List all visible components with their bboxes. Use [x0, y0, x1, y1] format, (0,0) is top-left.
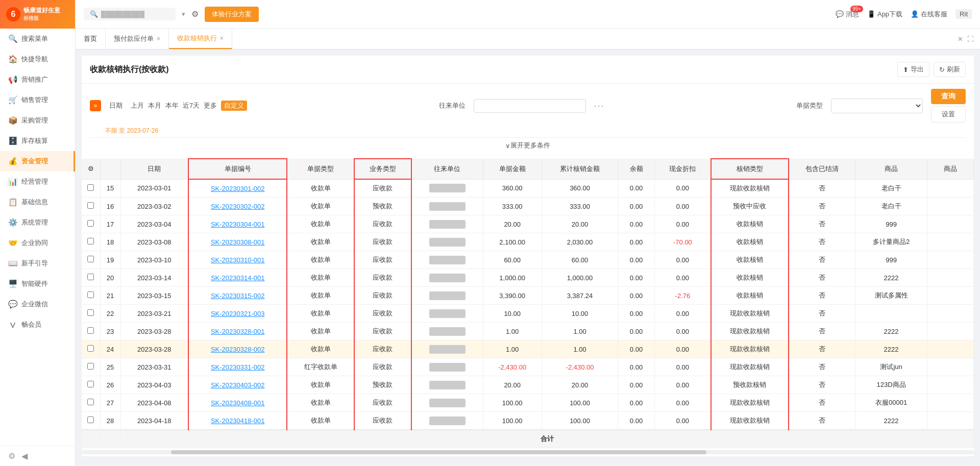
bill-no-link[interactable]: SK-20230301-002	[211, 185, 265, 192]
tab-prepay[interactable]: 预付款应付单 ×	[106, 29, 169, 48]
tab-collection[interactable]: 收款核销执行 ×	[169, 29, 232, 49]
cell-checkbox[interactable]	[82, 269, 100, 287]
messages-button[interactable]: 💬 消息 99+	[836, 10, 859, 19]
date-last-month[interactable]: 上月	[131, 101, 144, 110]
tab-close-all-icon[interactable]: ✕	[958, 35, 963, 43]
cell-balance: 0.00	[618, 233, 654, 251]
bill-no-link[interactable]: SK-20230328-002	[211, 346, 265, 353]
export-button[interactable]: ⬆ 导出	[897, 62, 929, 77]
settings-icon[interactable]: ⚙	[8, 451, 15, 461]
cell-biz-type: 应收款	[354, 215, 411, 233]
sidebar-item-wechat[interactable]: 💬 企业微信	[0, 294, 75, 314]
bill-no-link[interactable]: SK-20230328-001	[211, 328, 265, 335]
sidebar-item-system[interactable]: ⚙️ 系统管理	[0, 212, 75, 233]
cell-checkbox[interactable]	[82, 287, 100, 305]
handshake-icon: 🤝	[8, 238, 17, 248]
cell-checkbox[interactable]	[82, 394, 100, 412]
cell-checkbox[interactable]	[82, 215, 100, 233]
cell-checkbox[interactable]	[82, 376, 100, 394]
date-7days[interactable]: 近7天	[183, 101, 200, 110]
bill-type-select[interactable]	[831, 99, 923, 113]
filter-toggle-button[interactable]: »	[90, 100, 101, 111]
cell-checkbox[interactable]	[82, 340, 100, 358]
sidebar-item-sales[interactable]: 🛒 销售管理	[0, 90, 75, 110]
cell-checkbox[interactable]	[82, 358, 100, 376]
col-index	[100, 159, 120, 179]
cell-checkbox[interactable]	[82, 233, 100, 251]
cell-cancel-type: 收款核销	[711, 287, 788, 305]
query-button[interactable]: 查询	[931, 89, 966, 104]
bill-no-link[interactable]: SK-20230331-002	[211, 363, 265, 371]
cell-checkbox[interactable]	[82, 179, 100, 198]
online-service-button[interactable]: 👤 在线客服	[911, 10, 947, 19]
refresh-button[interactable]: ↻ 刷新	[934, 62, 966, 77]
sidebar-item-guide[interactable]: 📖 新手引导	[0, 253, 75, 274]
topbar-search[interactable]: 🔍 ██████████	[84, 8, 176, 20]
cell-checkbox[interactable]	[82, 251, 100, 269]
sidebar-item-enterprise[interactable]: 🤝 企业协同	[0, 233, 75, 253]
tab-home[interactable]: 首页	[76, 29, 106, 48]
cell-bill-no: SK-20230418-001	[188, 412, 287, 430]
bill-no-link[interactable]: SK-20230315-002	[211, 292, 265, 300]
sidebar-item-hardware[interactable]: 🖥️ 智能硬件	[0, 274, 75, 294]
table-container: ⚙ 日期 单据编号 单据类型 业务类型 往来单位 单据金额 累计核销金额 余额 …	[82, 158, 974, 456]
sidebar-item-purchase[interactable]: 📦 采购管理	[0, 110, 75, 131]
page-header-actions: ⬆ 导出 ↻ 刷新	[897, 62, 966, 77]
cell-partner: ██████	[411, 198, 483, 215]
bill-no-link[interactable]: SK-20230308-001	[211, 238, 265, 246]
cell-bill-type: 收款单	[287, 269, 354, 287]
topbar-gear-icon[interactable]: ⚙	[191, 9, 199, 19]
sidebar-item-search[interactable]: 🔍 搜索菜单	[0, 29, 75, 49]
cell-accum-amount: 20.00	[542, 376, 618, 394]
cell-checkbox[interactable]	[82, 305, 100, 323]
cell-include-settled: 否	[789, 287, 855, 305]
cell-bill-type: 收款单	[287, 323, 354, 340]
date-this-year[interactable]: 本年	[165, 101, 179, 110]
cell-cancel-type: 现款收款核销	[711, 179, 788, 198]
sidebar-item-finance[interactable]: 💰 资金管理	[0, 151, 75, 171]
cell-checkbox[interactable]	[82, 323, 100, 340]
tab-prepay-close-icon[interactable]: ×	[157, 35, 160, 42]
date-this-month[interactable]: 本月	[148, 101, 161, 110]
bill-no-link[interactable]: SK-20230403-002	[211, 381, 265, 389]
cell-goods2	[927, 287, 974, 305]
date-more[interactable]: 更多	[204, 101, 217, 110]
tab-maximize-icon[interactable]: ⛶	[967, 35, 974, 43]
bill-no-link[interactable]: SK-20230418-001	[211, 417, 265, 425]
bill-no-link[interactable]: SK-20230321-003	[211, 310, 265, 317]
date-custom[interactable]: 自定义	[221, 101, 247, 111]
cell-checkbox[interactable]	[82, 412, 100, 430]
topbar-dropdown-icon[interactable]: ▾	[182, 10, 185, 18]
cell-accum-amount: 100.00	[542, 412, 618, 430]
bill-no-link[interactable]: SK-20230304-001	[211, 220, 265, 228]
bill-no-link[interactable]: SK-20230302-002	[211, 203, 265, 210]
collapse-icon[interactable]: ◀	[21, 451, 28, 461]
tab-collection-close-icon[interactable]: ×	[220, 35, 224, 42]
sidebar-label-enterprise: 企业协同	[21, 238, 48, 248]
bill-no-link[interactable]: SK-20230408-001	[211, 399, 265, 407]
cell-goods: 老白干	[855, 198, 927, 215]
cell-partner: ██████	[411, 269, 483, 287]
sidebar-item-inventory[interactable]: 🗄️ 库存核算	[0, 131, 75, 151]
expand-conditions-button[interactable]: ∨ 展开更多条件	[90, 137, 966, 153]
col-settings[interactable]: ⚙	[82, 159, 100, 179]
sidebar-item-operations[interactable]: 📊 经营管理	[0, 171, 75, 192]
industry-solution-button[interactable]: 体验行业方案	[205, 7, 259, 22]
bill-no-link[interactable]: SK-20230314-001	[211, 274, 265, 282]
horizontal-scrollbar[interactable]	[82, 450, 974, 454]
cell-cash-discount: 0.00	[654, 358, 711, 376]
user-profile[interactable]: Rit	[955, 9, 972, 19]
sidebar-item-basic[interactable]: 📋 基础信息	[0, 192, 75, 212]
app-download-button[interactable]: 📱 App下载	[867, 10, 902, 19]
settings-button[interactable]: 设置	[931, 106, 966, 122]
content-area: 收款核销执行(按收款) ⬆ 导出 ↻ 刷新 » 日期 上月 本月	[76, 50, 980, 466]
app-download-label: App下载	[877, 10, 902, 19]
bill-no-link[interactable]: SK-20230310-001	[211, 256, 265, 264]
scrollbar-thumb[interactable]	[171, 450, 706, 454]
sidebar-item-marketing[interactable]: 📢 营销推广	[0, 69, 75, 90]
sidebar-item-quicknav[interactable]: 🏠 快捷导航	[0, 49, 75, 69]
vip-icon: V	[8, 320, 17, 329]
sidebar-item-vip[interactable]: V 畅会员	[0, 314, 75, 335]
partner-input[interactable]	[474, 99, 586, 113]
cell-checkbox[interactable]	[82, 198, 100, 215]
